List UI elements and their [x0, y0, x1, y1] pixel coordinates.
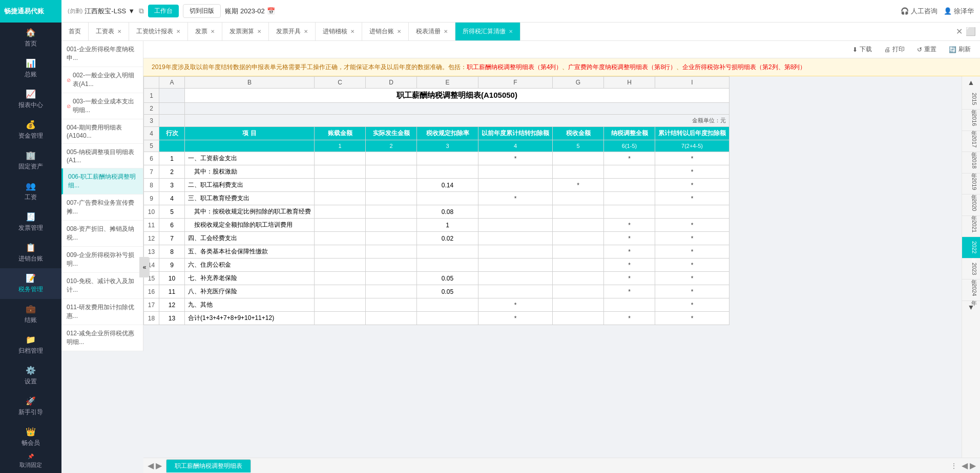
- sidebar-item-首页[interactable]: 🏠首页: [0, 23, 61, 53]
- workspace-button[interactable]: 工作台: [148, 5, 179, 17]
- left-panel-item-9[interactable]: 010-免税、减计收入及加计...: [61, 273, 143, 299]
- copy-icon[interactable]: ⧉: [139, 7, 144, 15]
- left-panel-item-5[interactable]: 006-职工薪酬纳税调整明细...: [61, 168, 143, 195]
- cell-a1[interactable]: [159, 89, 185, 103]
- sidebar-item-资金管理[interactable]: 💰资金管理: [0, 115, 61, 145]
- year-item-2024年[interactable]: 2024年: [962, 280, 980, 300]
- sidebar-item-新手引导[interactable]: 🚀新手引导: [0, 391, 61, 422]
- sidebar-icon: 👑: [26, 427, 36, 437]
- reset-btn[interactable]: ↺ 重置: [914, 44, 940, 55]
- sidebar-item-结账[interactable]: 💼结账: [0, 299, 61, 330]
- tab-item-4[interactable]: 发票测算✕: [222, 23, 269, 41]
- year-item-2020年[interactable]: 2020年: [962, 195, 980, 216]
- left-panel-item-4[interactable]: 005-纳税调整项目明细表(A1...: [61, 144, 143, 168]
- tab-item-5[interactable]: 发票开具✕: [269, 23, 316, 41]
- sidebar-item-工资[interactable]: 👥工资: [0, 176, 61, 207]
- tab-close-icon[interactable]: ✕: [444, 29, 448, 34]
- year-item-2021年[interactable]: 2021年: [962, 216, 980, 237]
- bottom-actions: ⋮: [950, 462, 957, 470]
- sheet-tab-active[interactable]: 职工薪酬纳税调整明细表: [166, 459, 251, 472]
- maximize-icon[interactable]: ⬜: [966, 27, 976, 36]
- left-panel-item-10[interactable]: 011-研发费用加计扣除优惠...: [61, 299, 143, 325]
- print-btn[interactable]: 🖨 打印: [881, 44, 908, 55]
- left-panel-item-11[interactable]: 012-减免企业所得税优惠明细...: [61, 325, 143, 351]
- year-scroll-down[interactable]: ▼: [966, 301, 977, 313]
- tab-item-6[interactable]: 进销稽核✕: [316, 23, 362, 41]
- left-panel-item-6[interactable]: 007-广告费和业务宣传费摊...: [61, 195, 143, 221]
- tab-close-icon[interactable]: ✕: [350, 29, 355, 34]
- sidebar-label: 总账: [25, 70, 37, 79]
- left-panel-label: 012-减免企业所得税优惠明细...: [67, 329, 138, 347]
- tab-item-9[interactable]: 所得税汇算清缴✕: [455, 23, 520, 41]
- subheader-1: 1: [315, 140, 366, 152]
- year-item-2018年[interactable]: 2018年: [962, 152, 980, 173]
- left-panel-item-7[interactable]: 008-资产折旧、摊销及纳税...: [61, 221, 143, 247]
- col-header-a: A: [159, 77, 185, 89]
- period-calendar-icon[interactable]: 📅: [267, 7, 275, 15]
- sidebar-item-总账[interactable]: 📊总账: [0, 53, 61, 84]
- refresh-btn[interactable]: 🔄 刷新: [946, 44, 974, 55]
- year-item-2022年[interactable]: 2022年: [962, 237, 980, 258]
- tab-close-icon[interactable]: ✕: [211, 29, 215, 34]
- help-label: 人工咨询: [911, 7, 937, 16]
- sidebar-item-归档管理[interactable]: 📁归档管理: [0, 330, 61, 360]
- sidebar-bottom-action[interactable]: 📌 取消固定: [0, 449, 61, 473]
- panel-toggle-btn[interactable]: «: [139, 257, 150, 277]
- sidebar-item-报表中心[interactable]: 📈报表中心: [0, 84, 61, 115]
- tab-close-icon[interactable]: ✕: [117, 29, 121, 34]
- sidebar-item-进销台账[interactable]: 📋进销台账: [0, 238, 61, 268]
- close-tab-icon[interactable]: ✕: [956, 27, 963, 36]
- year-item-2017年[interactable]: 2017年: [962, 131, 980, 152]
- prev-sheet-icon[interactable]: ◀: [148, 461, 154, 470]
- sidebar-item-发票管理[interactable]: 🧾发票管理: [0, 207, 61, 238]
- switch-old-button[interactable]: 切到旧版: [183, 4, 221, 18]
- tab-item-3[interactable]: 发票✕: [188, 23, 222, 41]
- scroll-right-icon[interactable]: ▶: [970, 461, 976, 470]
- next-sheet-icon[interactable]: ▶: [156, 461, 162, 470]
- sidebar-icon: 📊: [26, 58, 36, 68]
- left-panel-item-1[interactable]: ⊘002-一般企业收入明细表(A1...: [61, 67, 143, 93]
- sidebar-icon: 💰: [26, 120, 36, 130]
- tab-close-icon[interactable]: ✕: [257, 29, 261, 34]
- company-selector[interactable]: (勿删) 江西般宝-LSS ▼: [68, 7, 135, 16]
- tab-item-1[interactable]: 工资表✕: [89, 23, 129, 41]
- left-panel-item-2[interactable]: ⊘003-一般企业成本支出明细...: [61, 93, 143, 119]
- download-btn[interactable]: ⬇ 下载: [849, 44, 875, 55]
- subheader-4: 4: [478, 140, 553, 152]
- tab-close-icon[interactable]: ✕: [509, 29, 513, 34]
- sidebar-item-固定资产[interactable]: 🏢固定资产: [0, 145, 61, 176]
- year-item-2023年[interactable]: 2023年: [962, 259, 980, 280]
- year-item-2016年[interactable]: 2016年: [962, 110, 980, 131]
- company-dropdown-icon[interactable]: ▼: [128, 7, 135, 15]
- tab-close-icon[interactable]: ✕: [397, 29, 401, 34]
- tab-item-2[interactable]: 工资统计报表✕: [129, 23, 188, 41]
- tab-item-0[interactable]: 首页: [61, 23, 89, 41]
- sheet-options-icon[interactable]: ⋮: [950, 462, 957, 470]
- sidebar-icon: ⚙️: [26, 365, 36, 375]
- left-panel-item-8[interactable]: 009-企业所得税弥补亏损明...: [61, 247, 143, 273]
- user-profile[interactable]: 👤 徐泽华: [944, 7, 974, 16]
- left-panel-label: 003-一般企业成本支出明细...: [73, 97, 138, 115]
- tab-close-icon[interactable]: ✕: [304, 29, 308, 34]
- sidebar-item-税务管理[interactable]: 📝税务管理: [0, 268, 61, 299]
- year-item-2019年[interactable]: 2019年: [962, 174, 980, 195]
- sheet-main[interactable]: A B C D E F G H I: [143, 76, 962, 458]
- left-panel-item-3[interactable]: 004-期间费用明细表(A1040...: [61, 119, 143, 144]
- sheet-title: 职工薪酬纳税调整明细表(A105050): [185, 89, 729, 103]
- scroll-left-icon[interactable]: ◀: [962, 461, 968, 470]
- tab-close-icon[interactable]: ✕: [176, 29, 180, 34]
- topbar: (勿删) 江西般宝-LSS ▼ ⧉ 工作台 切到旧版 账期 2023-02 📅 …: [61, 0, 980, 23]
- sidebar-item-设置[interactable]: ⚙️设置: [0, 360, 61, 391]
- table-row: 16 11 八、补充医疗保险 0.05 * *: [144, 285, 729, 298]
- sidebar: 畅捷通易代账 🏠首页📊总账📈报表中心💰资金管理🏢固定资产👥工资🧾发票管理📋进销台…: [0, 0, 61, 473]
- reset-icon: ↺: [917, 46, 922, 53]
- left-panel-item-0[interactable]: 001-企业所得税年度纳税申...: [61, 41, 143, 67]
- header-h: 纳税调整全额: [604, 127, 655, 140]
- tab-item-8[interactable]: 税表清册✕: [409, 23, 455, 41]
- help-btn[interactable]: 🎧 人工咨询: [901, 7, 937, 16]
- year-scroll-up[interactable]: ▲: [966, 76, 977, 89]
- sidebar-item-畅会员[interactable]: 👑畅会员: [0, 422, 61, 449]
- download-label: 下载: [860, 45, 872, 54]
- year-item-2015年[interactable]: 2015年: [962, 89, 980, 110]
- tab-item-7[interactable]: 进销台账✕: [362, 23, 409, 41]
